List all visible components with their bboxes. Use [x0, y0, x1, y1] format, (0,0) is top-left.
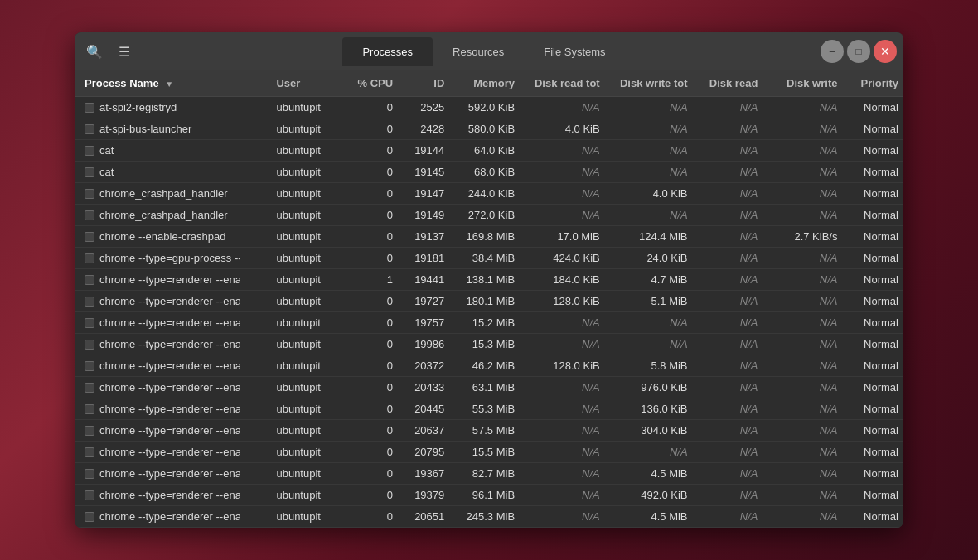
cell-name: chrome --type=renderer --enab — [75, 485, 240, 505]
process-checkbox[interactable] — [85, 275, 94, 285]
process-checkbox[interactable] — [85, 253, 94, 263]
cell-priority: Normal — [842, 183, 903, 205]
table-row[interactable]: chrome --type=renderer --enab ubuntupit … — [75, 334, 903, 355]
cell-disk-write-tot: 492.0 KiB — [605, 485, 693, 506]
table-row[interactable]: at-spi2-registryd ubuntupit 0 2525 592.0… — [75, 97, 903, 118]
table-row[interactable]: chrome --type=renderer --enab ubuntupit … — [75, 355, 903, 377]
cell-cpu: 0 — [346, 398, 398, 420]
tab-processes[interactable]: Processes — [342, 37, 433, 66]
cell-disk-read: N/A — [693, 291, 763, 312]
menu-button[interactable]: ☰ — [111, 38, 138, 65]
cell-priority: Normal — [842, 248, 903, 269]
tab-file-systems[interactable]: File Systems — [524, 37, 625, 66]
cell-priority: Normal — [842, 506, 903, 528]
col-header-name[interactable]: Process Name ▼ — [75, 70, 271, 97]
col-header-user[interactable]: User — [271, 70, 346, 97]
cell-priority: Normal — [842, 442, 903, 463]
process-checkbox[interactable] — [85, 512, 94, 522]
cell-cpu: 0 — [346, 205, 398, 226]
table-row[interactable]: cat ubuntupit 0 19145 68.0 KiB N/A N/A N… — [75, 162, 903, 183]
process-checkbox[interactable] — [85, 340, 94, 350]
cell-disk-read: N/A — [693, 334, 763, 355]
maximize-button[interactable]: □ — [847, 40, 870, 63]
cell-priority: Normal — [842, 377, 903, 398]
cell-cpu: 0 — [346, 506, 398, 528]
minimize-button[interactable]: – — [821, 40, 844, 63]
close-button[interactable]: ✕ — [874, 40, 897, 63]
table-row[interactable]: at-spi-bus-launcher ubuntupit 0 2428 580… — [75, 118, 903, 140]
search-button[interactable]: 🔍 — [81, 38, 108, 65]
cell-user: ubuntupit — [271, 248, 346, 269]
cell-cpu: 0 — [346, 377, 398, 398]
cell-cpu: 0 — [346, 334, 398, 355]
col-header-cpu[interactable]: % CPU — [346, 70, 398, 97]
process-checkbox[interactable] — [85, 167, 94, 177]
process-checkbox[interactable] — [85, 146, 94, 156]
table-row[interactable]: chrome --type=renderer --enab ubuntupit … — [75, 506, 903, 528]
cell-disk-write-tot: 5.1 MiB — [605, 291, 693, 312]
cell-user: ubuntupit — [271, 398, 346, 420]
process-checkbox[interactable] — [85, 383, 94, 393]
cell-id: 19147 — [398, 183, 449, 205]
col-header-disk-write[interactable]: Disk write — [763, 70, 842, 97]
col-header-priority[interactable]: Priority — [842, 70, 903, 97]
process-name-label: chrome --type=renderer --enab — [99, 316, 240, 329]
table-row[interactable]: chrome --type=renderer --enab ubuntupit … — [75, 269, 903, 291]
process-checkbox[interactable] — [85, 318, 94, 328]
cell-user: ubuntupit — [271, 442, 346, 463]
table-row[interactable]: chrome --type=renderer --enab ubuntupit … — [75, 463, 903, 485]
cell-disk-write-tot: 976.0 KiB — [605, 377, 693, 398]
process-checkbox[interactable] — [85, 361, 94, 371]
col-header-disk-read[interactable]: Disk read — [693, 70, 763, 97]
table-row[interactable]: chrome --type=renderer --enab ubuntupit … — [75, 398, 903, 420]
process-checkbox[interactable] — [85, 404, 94, 414]
tab-resources[interactable]: Resources — [433, 37, 524, 66]
process-name-label: chrome_crashpad_handler — [99, 187, 228, 200]
table-row[interactable]: chrome --type=renderer --enab ubuntupit … — [75, 291, 903, 312]
table-row[interactable]: chrome --type=gpu-process --fi ubuntupit… — [75, 248, 903, 269]
cell-name: chrome --type=gpu-process --fi — [75, 248, 240, 268]
table-row[interactable]: chrome --type=renderer --enab ubuntupit … — [75, 312, 903, 334]
cell-user: ubuntupit — [271, 377, 346, 398]
process-checkbox[interactable] — [85, 447, 94, 457]
table-row[interactable]: chrome --enable-crashpad ubuntupit 0 191… — [75, 226, 903, 248]
cell-cpu: 0 — [346, 226, 398, 248]
cell-cpu: 0 — [346, 183, 398, 205]
cell-id: 20795 — [398, 442, 449, 463]
table-row[interactable]: chrome --type=renderer --enab ubuntupit … — [75, 420, 903, 442]
cell-cpu: 0 — [346, 463, 398, 485]
table-row[interactable]: chrome --type=renderer --enab ubuntupit … — [75, 485, 903, 506]
process-checkbox[interactable] — [85, 297, 94, 307]
col-header-disk-read-tot[interactable]: Disk read tot — [520, 70, 605, 97]
cell-disk-read-tot: N/A — [520, 485, 605, 506]
cell-priority: Normal — [842, 226, 903, 248]
process-checkbox[interactable] — [85, 210, 94, 220]
table-row[interactable]: chrome --type=renderer --enab ubuntupit … — [75, 442, 903, 463]
cell-priority: Normal — [842, 118, 903, 140]
table-row[interactable]: cat ubuntupit 0 19144 64.0 KiB N/A N/A N… — [75, 140, 903, 162]
cell-disk-read-tot: 184.0 KiB — [520, 269, 605, 291]
cell-user: ubuntupit — [271, 226, 346, 248]
table-row[interactable]: chrome_crashpad_handler ubuntupit 0 1914… — [75, 183, 903, 205]
cell-disk-read-tot: N/A — [520, 420, 605, 442]
process-checkbox[interactable] — [85, 426, 94, 436]
cell-user: ubuntupit — [271, 162, 346, 183]
table-row[interactable]: chrome_crashpad_handler ubuntupit 0 1914… — [75, 205, 903, 226]
col-header-disk-write-tot[interactable]: Disk write tot — [605, 70, 693, 97]
cell-disk-write-tot: N/A — [605, 442, 693, 463]
content-area: Process Name ▼ User % CPU ID Memory Disk… — [75, 70, 903, 528]
process-checkbox[interactable] — [85, 469, 94, 479]
cell-memory: 96.1 MiB — [449, 485, 520, 506]
cell-disk-write-tot: 124.4 MiB — [605, 226, 693, 248]
process-checkbox[interactable] — [85, 490, 94, 500]
col-header-memory[interactable]: Memory — [449, 70, 520, 97]
process-checkbox[interactable] — [85, 103, 94, 113]
cell-user: ubuntupit — [271, 205, 346, 226]
table-row[interactable]: chrome --type=renderer --enab ubuntupit … — [75, 377, 903, 398]
process-checkbox[interactable] — [85, 124, 94, 134]
col-header-id[interactable]: ID — [398, 70, 449, 97]
process-checkbox[interactable] — [85, 232, 94, 242]
cell-name: chrome_crashpad_handler — [75, 205, 240, 225]
cell-name: chrome --type=renderer --enab — [75, 312, 240, 333]
process-checkbox[interactable] — [85, 189, 94, 199]
